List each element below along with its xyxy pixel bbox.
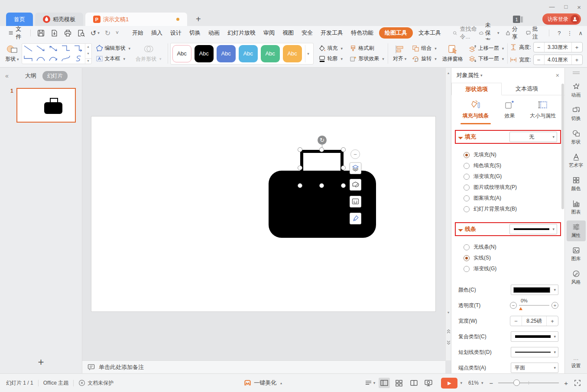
properties-scrollbar[interactable] xyxy=(561,84,564,209)
shape-line[interactable] xyxy=(22,44,35,54)
notes-bar[interactable]: 单击此处添加备注 xyxy=(82,360,445,373)
rail-gallery[interactable]: 图库 xyxy=(567,244,586,265)
group-button[interactable]: 组合▾ xyxy=(411,44,438,52)
menu-security[interactable]: 安全 xyxy=(298,27,317,39)
menu-special-features[interactable]: 特色功能 xyxy=(347,27,377,39)
cap-type-dropdown[interactable]: 平面▾ xyxy=(511,363,558,373)
bring-forward-button[interactable]: 上移一层▾ xyxy=(467,44,506,52)
slideshow-view-button[interactable] xyxy=(423,378,434,388)
width-decrease-button[interactable]: − xyxy=(534,57,544,63)
shape-elbow-connector-2[interactable] xyxy=(22,54,35,64)
menu-insert[interactable]: 插入 xyxy=(147,27,166,39)
radio-background-fill[interactable]: 幻灯片背景填充(B) xyxy=(464,204,564,214)
selection-handle-top-right[interactable] xyxy=(341,147,346,152)
selection-handle-bottom-mid[interactable] xyxy=(319,183,324,188)
size-properties-subtab[interactable]: 大小与属性 xyxy=(524,100,562,124)
style-gallery-more-button[interactable]: ▾ xyxy=(305,45,311,62)
new-tab-button[interactable]: + xyxy=(196,14,201,26)
shape-double-arrow[interactable] xyxy=(47,44,60,54)
selection-handle-top-left[interactable] xyxy=(298,147,302,152)
rail-wordart[interactable]: 艺术字 xyxy=(567,150,586,171)
menu-text-tools[interactable]: 文本工具 xyxy=(415,27,445,39)
style-swatch-1[interactable]: Abc xyxy=(172,45,191,62)
height-value[interactable]: 3.33厘米 xyxy=(544,42,572,52)
print-preview-button[interactable] xyxy=(77,29,85,37)
rail-settings[interactable]: ⋯ 设置 xyxy=(571,356,581,369)
fill-type-dropdown[interactable]: 无▾ xyxy=(509,132,557,142)
print-button[interactable] xyxy=(64,29,72,37)
transparency-slider[interactable]: − 0% + xyxy=(510,299,558,312)
selection-handle-bottom-left[interactable] xyxy=(298,183,302,188)
tab-templates[interactable]: 稻壳模板 xyxy=(35,13,83,26)
style-swatch-3[interactable]: Abc xyxy=(217,45,236,62)
menu-developer[interactable]: 开发工具 xyxy=(317,27,347,39)
reading-view-button[interactable] xyxy=(408,378,419,388)
outline-tab[interactable]: 大纲 xyxy=(25,72,36,80)
slide[interactable]: ↻ − xyxy=(91,117,435,311)
slide-canvas[interactable]: ↻ − xyxy=(82,68,451,373)
shape-curve-connector[interactable] xyxy=(60,54,72,64)
shapes-button[interactable]: 形状▾ xyxy=(3,45,22,63)
fill-line-subtab[interactable]: 填充与线条 xyxy=(456,100,495,124)
align-button[interactable]: 对齐▾ xyxy=(390,45,409,62)
shape-arrow[interactable] xyxy=(35,44,47,54)
menu-design[interactable]: 设计 xyxy=(166,27,185,39)
undo-button[interactable]: ↺▾ xyxy=(91,29,100,37)
style-brush-button[interactable] xyxy=(350,213,361,224)
fill-button[interactable]: 填充▾ xyxy=(317,44,344,52)
selection-handle-mid-left[interactable] xyxy=(298,165,302,170)
rail-animation[interactable]: 动画 xyxy=(567,80,586,101)
style-swatch-5[interactable]: Abc xyxy=(261,45,280,62)
radio-solid-fill[interactable]: 纯色填充(S) xyxy=(464,160,564,171)
menu-view[interactable]: 视图 xyxy=(279,27,298,39)
slides-tab[interactable]: 幻灯片 xyxy=(42,71,68,81)
gallery-scroll-up-button[interactable]: ▴ xyxy=(88,45,89,49)
shape-effects-button[interactable]: 形状效果▾ xyxy=(348,55,386,63)
canvas-vertical-scrollbar[interactable]: ▴ ▾ xyxy=(445,68,451,360)
shape-curve[interactable] xyxy=(35,54,47,64)
more-menu-button[interactable]: ⋮ xyxy=(567,30,572,36)
height-decrease-button[interactable]: − xyxy=(534,44,544,51)
shape-elbow-arrow[interactable] xyxy=(72,44,85,54)
rail-colors[interactable]: 颜色 xyxy=(567,174,586,194)
scroll-down-button[interactable]: ▾ xyxy=(446,308,451,316)
transparency-decrease-button[interactable]: − xyxy=(510,302,517,309)
properties-title[interactable]: 对象属性 xyxy=(457,71,479,79)
transparency-thumb[interactable] xyxy=(519,305,522,310)
radio-no-fill[interactable]: 无填充(N) xyxy=(464,149,564,160)
selection-handle-bottom-right[interactable] xyxy=(341,183,346,188)
format-painter-button[interactable]: 格式刷 xyxy=(348,44,386,52)
zoom-level-button[interactable]: 61% ▾ xyxy=(468,380,483,386)
maximize-button[interactable]: □ xyxy=(564,3,568,11)
rail-drag-handle[interactable] xyxy=(573,71,580,74)
shape-freeform-s[interactable] xyxy=(72,54,85,64)
merge-shapes-button[interactable]: 合并形状▾ xyxy=(132,44,165,63)
line-color-dropdown[interactable]: ▾ xyxy=(511,285,558,295)
gallery-scroll-down-button[interactable]: ▾ xyxy=(88,52,89,55)
slide-sorter-view-button[interactable] xyxy=(393,378,405,388)
minimize-button[interactable]: — xyxy=(549,3,555,11)
tab-home[interactable]: 首页 xyxy=(6,13,33,26)
menu-drawing-tools[interactable]: 绘图工具 xyxy=(379,27,413,39)
shape-options-tab[interactable]: 形状选项 xyxy=(451,83,502,95)
style-swatch-2[interactable]: Abc xyxy=(195,45,214,62)
file-menu-button[interactable]: 文件 xyxy=(4,25,28,41)
selection-pane-button[interactable]: 选择窗格 xyxy=(440,45,466,63)
radio-gradient-line[interactable]: 渐变线(G) xyxy=(464,263,564,274)
zoom-slider-thumb[interactable] xyxy=(513,379,520,386)
radio-gradient-fill[interactable]: 渐变填充(G) xyxy=(464,171,564,182)
beautify-button[interactable]: 一键美化 ▴ xyxy=(244,379,282,387)
compound-type-dropdown[interactable]: ▾ xyxy=(511,331,558,342)
fill-section-header[interactable]: 填充 无▾ xyxy=(455,130,561,144)
export-button[interactable] xyxy=(50,29,58,37)
fit-to-window-button[interactable] xyxy=(574,379,581,386)
style-swatch-6[interactable]: Abc xyxy=(283,45,302,62)
line-section-header[interactable]: 线条 ▾ xyxy=(455,222,561,236)
line-width-decrease-button[interactable]: − xyxy=(510,318,522,324)
change-shape-button[interactable] xyxy=(350,179,361,191)
width-value[interactable]: 4.01厘米 xyxy=(544,55,572,65)
style-swatch-4[interactable]: Abc xyxy=(239,45,258,62)
command-search-box[interactable]: 查找命令... xyxy=(453,25,479,41)
selection-handle-mid-right[interactable] xyxy=(341,165,346,170)
scroll-up-button[interactable]: ▴ xyxy=(446,69,451,77)
